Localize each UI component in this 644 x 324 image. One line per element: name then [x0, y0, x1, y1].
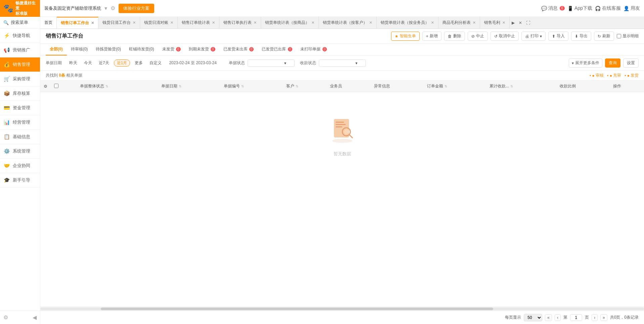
filter-more[interactable]: 更多: [133, 59, 145, 67]
sidebar-item-operations[interactable]: 📊 经营管理: [0, 115, 40, 130]
horizontal-scrollbar[interactable]: [40, 307, 644, 311]
topbar-dropdown-icon[interactable]: ▾: [104, 5, 107, 11]
expand-more-btn[interactable]: ▾ 展开更多条件: [569, 58, 602, 68]
tab-cash-reconcile-close[interactable]: ✕: [170, 21, 173, 25]
payment-select-box[interactable]: ▾: [319, 59, 366, 67]
show-detail-checkbox[interactable]: 显示明细: [617, 33, 639, 39]
th-date[interactable]: 单据日期⇅: [158, 81, 220, 92]
tab-sales-profit[interactable]: 销售毛利 ✕: [480, 17, 510, 29]
sidebar-item-system[interactable]: ⚙️ 系统管理: [0, 144, 40, 159]
settings-bottom-icon[interactable]: ⚙: [3, 314, 8, 321]
table-info-bar: 共找到 0条 相关单据 ● 审核 ● 充审 ● 发货: [40, 71, 644, 81]
th-settings[interactable]: ⚙: [40, 81, 51, 92]
tab-sales-workbench[interactable]: 销售订单工作台 ✕: [57, 17, 98, 29]
ship-action-btn[interactable]: ● 发货: [625, 73, 639, 78]
th-customer[interactable]: 客户⇅: [283, 81, 327, 92]
tab-sales-workbench-close[interactable]: ✕: [91, 21, 94, 25]
last-page-btn[interactable]: »: [600, 314, 607, 321]
message-btn[interactable]: 💬 消息 6: [541, 5, 565, 11]
sidebar-item-basic-info[interactable]: 📋 基础信息: [0, 130, 40, 144]
print-btn[interactable]: 🖨 打印 ▾: [521, 32, 546, 41]
tab-sales-summary-staff[interactable]: 销货单统计表（按业务员） ✕: [377, 17, 438, 29]
sub-tab-pending-review[interactable]: 待审核(0): [67, 44, 92, 55]
sidebar-item-inventory[interactable]: 📦 库存核算: [0, 86, 40, 101]
import-btn[interactable]: ⬆ 导入: [548, 32, 568, 41]
scrollbar-thumb[interactable]: [101, 308, 493, 310]
page-input[interactable]: [570, 314, 582, 321]
sidebar-item-purchase[interactable]: 🛒 采购管理: [0, 72, 40, 86]
tab-sales-summary-staff-close[interactable]: ✕: [431, 21, 434, 25]
delete-btn[interactable]: 🗑 删除: [444, 32, 465, 41]
select-all-checkbox[interactable]: [54, 84, 58, 88]
filter-area: 单据日期 昨天 今天 近7天 近1月 更多 自定义 2023-02-24 至 2…: [40, 56, 644, 71]
export-btn[interactable]: ⬇ 导出: [571, 32, 591, 41]
th-checkbox[interactable]: [51, 81, 77, 92]
approve-action-btn[interactable]: ● 审核: [590, 73, 604, 78]
stop-btn[interactable]: ⊘ 中止: [468, 32, 488, 41]
sidebar-search[interactable]: 🔍 搜索菜单: [0, 17, 40, 29]
filter-custom[interactable]: 自定义: [147, 59, 164, 67]
sub-tab-all[interactable]: 全部(0): [46, 44, 67, 55]
show-detail-input[interactable]: [617, 34, 621, 38]
sub-tab-shipped-not-warehoused[interactable]: 已发货未出库 0: [219, 44, 258, 55]
tab-profit-analysis-close[interactable]: ✕: [473, 21, 476, 25]
sub-tab-not-shipped[interactable]: 未发货 0: [158, 44, 185, 55]
filter-settings-btn[interactable]: 设置: [623, 58, 639, 68]
tab-sales-stats-close[interactable]: ✕: [212, 21, 215, 25]
sub-tab-shipped-warehoused[interactable]: 已发货已出库 0: [258, 44, 296, 55]
tab-sales-profit-close[interactable]: ✕: [502, 21, 505, 25]
tab-close-all-btn[interactable]: ✕: [517, 17, 524, 29]
tab-profit-analysis[interactable]: 商品毛利分析表 ✕: [438, 17, 480, 29]
tab-sales-summary-customer-close[interactable]: ✕: [369, 21, 372, 25]
smart-generate-btn[interactable]: ★ 智能生单: [391, 32, 420, 41]
sub-tab-overdue-ship[interactable]: 到期未发货 0: [185, 44, 219, 55]
query-btn[interactable]: 查询: [605, 58, 620, 68]
tab-sales-summary-customer[interactable]: 销货单统计表（按客户） ✕: [319, 17, 377, 29]
tab-cash-reconcile[interactable]: 钱货日清对账 ✕: [140, 17, 178, 29]
sub-tab-wangpu[interactable]: 旺铺待发货(0): [125, 44, 158, 55]
tab-sales-exec-close[interactable]: ✕: [254, 21, 257, 25]
tab-cash-daily[interactable]: 钱货日清工作台 ✕: [98, 17, 140, 29]
collapse-icon[interactable]: ◀: [33, 314, 37, 321]
filter-yesterday[interactable]: 昨天: [67, 59, 79, 67]
sub-tab-not-printed[interactable]: 未打印单据 0: [296, 44, 331, 55]
topbar-settings-icon[interactable]: ⚙: [111, 5, 115, 11]
tab-sales-stats[interactable]: 销售订单统计表 ✕: [178, 17, 219, 29]
tab-sales-summary-product[interactable]: 销货单统计表（按商品） ✕: [261, 17, 319, 29]
th-amount[interactable]: 订单金额⇅: [424, 81, 486, 92]
sidebar-item-marketing[interactable]: 📢 营销推广: [0, 43, 40, 57]
tab-fullscreen-btn[interactable]: ⛶: [524, 17, 532, 29]
per-page-select[interactable]: 50 10 20 100: [524, 314, 542, 321]
refresh-btn[interactable]: ↻ 刷新: [594, 32, 614, 41]
next-page-btn[interactable]: ›: [592, 314, 598, 321]
revoke-action-btn[interactable]: ● 充审: [607, 73, 621, 78]
th-number[interactable]: 单据编号⇅: [220, 81, 283, 92]
tab-more-btn[interactable]: ▶: [510, 17, 517, 29]
filter-today[interactable]: 今天: [82, 59, 94, 67]
add-btn[interactable]: + 新增: [422, 32, 441, 41]
tab-cash-daily-close[interactable]: ✕: [133, 21, 136, 25]
prev-page-btn[interactable]: ‹: [555, 314, 561, 321]
sidebar-item-enterprise[interactable]: 🤝 企业协同: [0, 159, 40, 173]
solution-btn[interactable]: 体验行业方案: [119, 4, 154, 13]
sidebar-item-label: 资金管理: [13, 105, 30, 111]
sub-tab-pending-inspect[interactable]: 待拣货验货(0): [92, 44, 125, 55]
app-download-btn[interactable]: 📱 App下载: [567, 5, 592, 11]
cancel-stop-btn[interactable]: ↺ 取消中止: [490, 32, 519, 41]
first-page-btn[interactable]: «: [545, 314, 552, 321]
filter-1month[interactable]: 近1月: [114, 59, 130, 67]
user-btn[interactable]: 👤 用友: [624, 5, 640, 11]
filter-7days[interactable]: 近7天: [97, 59, 111, 67]
sidebar-item-sales[interactable]: 💰 销售管理: [0, 57, 40, 72]
tab-sales-summary-product-close[interactable]: ✕: [311, 21, 314, 25]
app-download-label: App下载: [574, 5, 592, 11]
sidebar-item-quick-nav[interactable]: ⚡ 快捷导航: [0, 29, 40, 43]
sidebar-item-guide[interactable]: 🎓 新手引导: [0, 173, 40, 188]
tab-home[interactable]: 首页: [40, 17, 57, 29]
status-select-box[interactable]: ▾: [248, 59, 295, 67]
th-status[interactable]: 单据整体状态⇅: [77, 81, 158, 92]
online-service-btn[interactable]: 🎧 在线客服: [595, 5, 621, 11]
th-received[interactable]: 累计收款...⇅: [486, 81, 556, 92]
sidebar-item-finance[interactable]: 💳 资金管理: [0, 101, 40, 115]
tab-sales-exec[interactable]: 销售订单执行表 ✕: [219, 17, 261, 29]
